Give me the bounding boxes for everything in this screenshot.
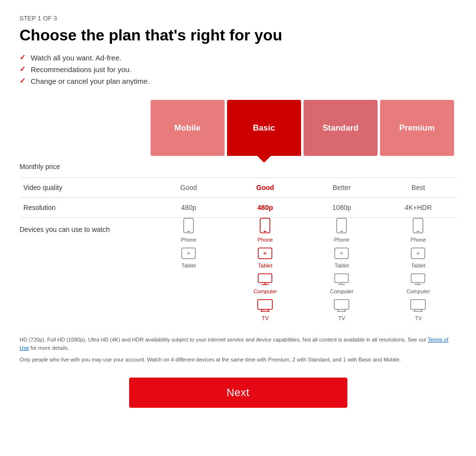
- footnote-2: Only people who live with you may use yo…: [19, 356, 457, 364]
- plan-mobile-wrapper[interactable]: Mobile: [151, 100, 227, 156]
- svg-point-3: [188, 252, 190, 254]
- svg-rect-26: [413, 218, 423, 233]
- plan-mobile-card[interactable]: Mobile: [151, 100, 225, 156]
- resolution-basic: 480p: [227, 198, 304, 218]
- devices-row: Devices you can use to watch Phone: [19, 218, 457, 326]
- computer-icon-basic: [258, 273, 272, 287]
- plan-basic-wrapper[interactable]: Basic: [227, 100, 304, 156]
- svg-rect-15: [337, 218, 346, 233]
- page-title: Choose the plan that's right for you: [19, 26, 457, 44]
- devices-label: Devices you can use to watch: [19, 218, 151, 326]
- tablet-label-standard: Tablet: [335, 263, 349, 268]
- resolution-premium: 4K+HDR: [380, 198, 457, 218]
- phone-label-premium: Phone: [411, 237, 426, 243]
- mobile-tablet-device: Tablet: [152, 247, 225, 268]
- tablet-icon-standard: [334, 247, 349, 261]
- svg-rect-11: [258, 300, 272, 309]
- feature-item-1: ✓ Watch all you want. Ad-free.: [19, 53, 457, 62]
- resolution-mobile: 480p: [151, 198, 227, 218]
- plan-header-row: Mobile Basic Standard Premium: [19, 100, 457, 156]
- tablet-icon-premium: [411, 247, 425, 261]
- tv-label-premium: TV: [415, 315, 421, 321]
- tablet-icon-basic: [258, 247, 272, 261]
- svg-rect-2: [182, 248, 195, 259]
- devices-premium-col: Phone Tablet: [380, 218, 457, 326]
- monthly-price-mobile: [151, 156, 227, 178]
- plan-premium-card[interactable]: Premium: [380, 100, 454, 156]
- phone-icon-basic: [260, 218, 270, 235]
- plan-premium-wrapper[interactable]: Premium: [380, 100, 457, 156]
- svg-rect-5: [264, 231, 267, 232]
- svg-rect-28: [411, 248, 425, 259]
- phone-label-standard: Phone: [334, 237, 349, 243]
- basic-tablet-device: Tablet: [229, 247, 302, 268]
- resolution-label: Resolution: [19, 198, 151, 218]
- devices-mobile-col: Phone Tablet: [151, 218, 227, 326]
- tv-icon-basic: [257, 299, 273, 314]
- plan-standard-card[interactable]: Standard: [304, 100, 378, 156]
- svg-rect-27: [417, 231, 419, 232]
- video-quality-mobile: Good: [151, 178, 227, 198]
- phone-icon-mobile: [183, 218, 194, 235]
- tv-icon-premium: [410, 299, 426, 314]
- tablet-label-premium: Tablet: [411, 263, 425, 268]
- tv-label-basic: TV: [262, 315, 268, 321]
- next-button[interactable]: Next: [129, 378, 347, 408]
- svg-point-29: [417, 252, 419, 254]
- svg-point-7: [264, 252, 266, 254]
- svg-rect-4: [260, 218, 270, 233]
- standard-computer-device: Computer: [305, 273, 378, 294]
- feature-item-2: ✓ Recommendations just for you.: [19, 65, 457, 74]
- tablet-icon-mobile: [181, 247, 196, 261]
- standard-phone-device: Phone: [305, 218, 378, 243]
- video-quality-row: Video quality Good Good Better Best: [19, 178, 457, 198]
- premium-computer-device: Computer: [382, 273, 455, 294]
- tablet-label-mobile: Tablet: [182, 263, 196, 268]
- computer-label-standard: Computer: [330, 288, 353, 294]
- plan-basic-card[interactable]: Basic: [227, 100, 301, 156]
- computer-icon-standard: [334, 273, 349, 287]
- video-quality-basic: Good: [227, 178, 304, 198]
- svg-rect-19: [335, 274, 348, 283]
- basic-computer-device: Computer: [229, 273, 302, 294]
- tablet-label-basic: Tablet: [258, 263, 272, 268]
- phone-label-basic: Phone: [257, 237, 273, 243]
- basic-tv-device: TV: [229, 299, 302, 321]
- check-icon-1: ✓: [19, 53, 26, 62]
- devices-basic-col: Phone Tablet: [227, 218, 304, 326]
- phone-label-mobile: Phone: [181, 237, 196, 243]
- computer-label-basic: Computer: [253, 288, 277, 294]
- svg-rect-1: [187, 231, 190, 232]
- check-icon-3: ✓: [19, 76, 26, 85]
- tv-icon-standard: [334, 299, 349, 314]
- svg-rect-22: [334, 300, 349, 309]
- phone-icon-premium: [413, 218, 423, 235]
- standard-tv-device: TV: [305, 299, 378, 321]
- premium-tv-device: TV: [382, 299, 455, 321]
- monthly-price-standard: [304, 156, 380, 178]
- svg-rect-8: [258, 274, 272, 283]
- basic-phone-device: Phone: [229, 218, 302, 243]
- premium-tablet-device: Tablet: [382, 247, 455, 268]
- devices-standard-col: Phone Tablet: [304, 218, 380, 326]
- features-list: ✓ Watch all you want. Ad-free. ✓ Recomme…: [19, 53, 457, 85]
- feature-item-3: ✓ Change or cancel your plan anytime.: [19, 76, 457, 85]
- plan-standard-wrapper[interactable]: Standard: [304, 100, 380, 156]
- video-quality-premium: Best: [380, 178, 457, 198]
- computer-label-premium: Computer: [406, 288, 430, 294]
- computer-icon-premium: [411, 273, 425, 287]
- phone-icon-standard: [336, 218, 347, 235]
- step-label: STEP 1 OF 3: [19, 15, 457, 22]
- monthly-price-premium: [380, 156, 457, 178]
- svg-rect-33: [411, 300, 425, 309]
- resolution-standard: 1080p: [304, 198, 380, 218]
- resolution-row: Resolution 480p 480p 1080p 4K+HDR: [19, 198, 457, 218]
- tv-label-standard: TV: [338, 315, 345, 321]
- video-quality-label: Video quality: [19, 178, 151, 198]
- monthly-price-row: Monthly price: [19, 156, 457, 178]
- footnote-1: HD (720p), Full HD (1080p), Ultra HD (4K…: [19, 336, 457, 352]
- mobile-phone-device: Phone: [152, 218, 225, 243]
- svg-rect-6: [258, 248, 272, 259]
- standard-tablet-device: Tablet: [305, 247, 378, 268]
- monthly-price-label: Monthly price: [19, 156, 151, 178]
